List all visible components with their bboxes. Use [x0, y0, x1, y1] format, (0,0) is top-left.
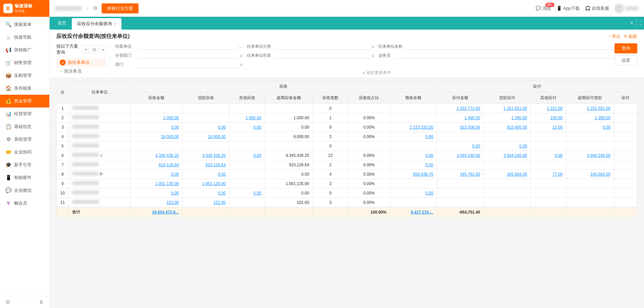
- table-cell[interactable]: 345,761.00: [437, 170, 484, 179]
- table-cell[interactable]: 0.00: [182, 188, 229, 198]
- sidebar-item-system[interactable]: ⚙ 系统管理: [0, 133, 49, 146]
- bm-chevron-icon[interactable]: ∨: [240, 62, 243, 67]
- sidebar-item-collab[interactable]: 🤝 企业协同: [0, 146, 49, 159]
- table-cell[interactable]: 18,000.00: [182, 132, 229, 141]
- sidebar-item-wechat[interactable]: 💬 企业微信: [0, 184, 49, 197]
- user-profile[interactable]: [614, 4, 639, 13]
- table-cell[interactable]: 152.00: [130, 198, 182, 207]
- table-cell[interactable]: 77.00: [531, 170, 566, 179]
- table-cell[interactable]: 3,044,240.00: [437, 151, 484, 160]
- sidebar-item-inventory[interactable]: 🏠 库存核算: [0, 82, 49, 95]
- sidebar-item-purchase[interactable]: 📦 采购管理: [0, 69, 49, 82]
- collapse-filter-button[interactable]: ∧ 收起更多条件: [115, 68, 637, 78]
- table-cell[interactable]: 345,684.00: [484, 170, 531, 179]
- table-cell[interactable]: 0.00: [229, 123, 265, 132]
- table-cell[interactable]: 915,508.56: [437, 123, 484, 132]
- customer-service-button[interactable]: 🎧 在线客服: [585, 5, 609, 11]
- table-cell[interactable]: 0.00: [182, 170, 229, 179]
- table-cell[interactable]: 0.00: [229, 188, 265, 198]
- table-cell[interactable]: 0.00: [437, 141, 484, 151]
- table-cell[interactable]: 1,390.00: [566, 113, 614, 123]
- table-cell[interactable]: 0.00: [182, 123, 229, 132]
- sidebar-item-operation[interactable]: 📊 经营管理: [0, 107, 49, 120]
- table-cell[interactable]: 1,000.00: [130, 113, 182, 123]
- app-download-button[interactable]: 📱 App下载: [556, 5, 580, 11]
- notifications-button[interactable]: 💬 消息 99+: [536, 5, 551, 11]
- fgbm-chevron-icon[interactable]: ∨: [240, 53, 243, 58]
- tab-close-icon[interactable]: ×: [114, 22, 116, 26]
- table-cell[interactable]: 1,251,551.00: [566, 104, 614, 113]
- filter-input-lwdwxz[interactable]: [274, 52, 371, 59]
- table-cell[interactable]: 1,490.00: [437, 113, 484, 123]
- sidebar-item-member[interactable]: V 畅会员: [0, 197, 49, 210]
- table-cell[interactable]: 100.00: [531, 113, 566, 123]
- filter-input-bm[interactable]: [137, 61, 240, 68]
- add-scheme-button[interactable]: +: [83, 45, 89, 53]
- table-cell[interactable]: 1,222.00: [531, 104, 566, 113]
- jsdw-dots-icon[interactable]: ···: [238, 44, 243, 49]
- sidebar-item-base[interactable]: 📋 基础信息: [0, 120, 49, 133]
- export-button[interactable]: ↑ 导出: [609, 34, 621, 40]
- scheme-by-salesman[interactable]: ○ 按业务员: [56, 67, 106, 76]
- sidebar-item-guide[interactable]: 🎓 新手引导: [0, 159, 49, 171]
- table-cell[interactable]: 345,684.00: [566, 170, 614, 179]
- settings-bottom-icon[interactable]: ⚙: [5, 299, 10, 305]
- table-cell[interactable]: 0.00: [390, 160, 437, 170]
- table-cell[interactable]: 0.00: [229, 151, 265, 160]
- table-cell[interactable]: 0.00: [130, 123, 182, 132]
- collapse-icon[interactable]: ⏸: [39, 299, 44, 305]
- total-ysjje[interactable]: 19,553,472,6...: [130, 207, 182, 217]
- table-cell[interactable]: 655,636.75: [390, 170, 437, 179]
- sidebar-item-finance[interactable]: 💰 资金管理: [0, 95, 49, 107]
- table-cell[interactable]: 4,345,436.20: [130, 151, 182, 160]
- query-button[interactable]: 查询: [614, 43, 637, 53]
- tab-home[interactable]: 首页: [52, 17, 72, 30]
- table-cell[interactable]: 2,153,333.00: [390, 123, 437, 132]
- table-cell[interactable]: 1,001,135.00: [182, 179, 229, 188]
- filter-input-jsdw[interactable]: [137, 43, 238, 50]
- window-expand-icon[interactable]: ⛶: [636, 20, 641, 26]
- table-cell[interactable]: 0.00: [531, 151, 566, 160]
- table-settings-icon[interactable]: ⚙: [60, 90, 65, 95]
- table-cell[interactable]: 1,251,551.00: [484, 104, 531, 113]
- table-cell[interactable]: 0.00: [130, 188, 182, 198]
- table-cell[interactable]: 3,044,240.00: [484, 151, 531, 160]
- table-cell[interactable]: 152.00: [182, 198, 229, 207]
- table-cell[interactable]: 810,126.64: [130, 160, 182, 170]
- table-cell[interactable]: 0.00: [390, 151, 437, 160]
- sidebar-item-hardware[interactable]: 📱 智能硬件: [0, 171, 49, 184]
- table-cell[interactable]: 0.00: [390, 132, 437, 141]
- sidebar-item-search[interactable]: 🔍 搜索菜单: [0, 18, 49, 31]
- table-cell[interactable]: 13.00: [531, 123, 566, 132]
- table-cell[interactable]: 1,252,773.00: [437, 104, 484, 113]
- table-cell[interactable]: 0.00: [566, 123, 614, 132]
- filter-input-ywy[interactable]: [395, 52, 632, 59]
- table-cell[interactable]: 0.00: [484, 141, 531, 151]
- table-cell[interactable]: 0.00: [130, 170, 182, 179]
- set-button[interactable]: 设置: [614, 55, 637, 65]
- back-scheme-button[interactable]: «: [100, 45, 106, 53]
- filter-input-fgbm[interactable]: [137, 52, 240, 59]
- sidebar-item-sales[interactable]: 🛒 销售管理: [0, 56, 49, 69]
- gear-icon[interactable]: ⚙: [93, 5, 98, 11]
- table-cell[interactable]: 1,001,135.00: [130, 179, 182, 188]
- table-cell[interactable]: 915,495.56: [484, 123, 531, 132]
- sidebar-item-nav[interactable]: ⌂ 快捷导航: [0, 31, 49, 44]
- lwdwxz-chevron-icon[interactable]: ∨: [371, 53, 374, 58]
- filter-input-lwdwmc[interactable]: [405, 43, 637, 50]
- promo-button[interactable]: 体验行业方案: [102, 3, 139, 13]
- table-cell[interactable]: 3,044,240.00: [566, 151, 614, 160]
- lwdwfl-chevron-icon[interactable]: ∨: [371, 44, 374, 49]
- window-close-icon[interactable]: ×: [630, 20, 633, 26]
- settings-scheme-button[interactable]: ⊙: [91, 45, 98, 53]
- total-ysye[interactable]: 6,417,215....: [390, 207, 437, 217]
- tab-active[interactable]: 应收应付余额查询 ×: [72, 18, 121, 30]
- table-cell[interactable]: 0.00: [390, 188, 437, 198]
- table-cell[interactable]: 810,126.64: [182, 160, 229, 170]
- scheme-by-unit[interactable]: ⊙ 按往来单位: [56, 58, 106, 67]
- table-cell[interactable]: 18,000.00: [130, 132, 182, 141]
- filter-input-lwdwfl[interactable]: [274, 43, 371, 50]
- table-cell[interactable]: 1,390.00: [484, 113, 531, 123]
- table-cell[interactable]: 1,000.00: [229, 113, 265, 123]
- table-cell[interactable]: 4,345,436.20: [182, 151, 229, 160]
